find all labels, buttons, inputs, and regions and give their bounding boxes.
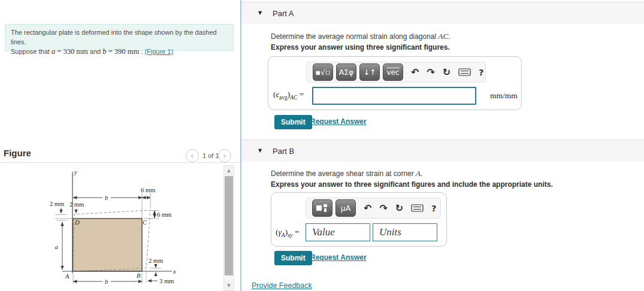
problem-statement: The rectangular plate is deformed into t…	[5, 24, 234, 51]
part-a-units: mm/mm	[490, 91, 518, 101]
micro-units-button[interactable]: μA	[335, 199, 356, 217]
disp-right-label: 6 mm	[157, 211, 171, 218]
part-b-title: Part B	[273, 147, 294, 156]
part-a-answer-box: ▪√▫ ΑΣφ ↓↑ vec ↶ ↷ ↻ ? (ϵavg)AC = mm/mm	[268, 56, 522, 110]
figure-section-title: Figure	[4, 148, 31, 158]
provide-feedback-link[interactable]: Provide Feedback	[252, 281, 312, 290]
vector-button[interactable]: vec	[383, 63, 403, 81]
chevron-left-icon: ‹	[191, 150, 194, 160]
disp-left-label: 2 mm	[50, 201, 64, 207]
figure-next-button[interactable]: ›	[218, 149, 231, 162]
corner-C-label: C	[143, 219, 147, 226]
part-a-answer-input[interactable]	[312, 87, 476, 105]
disp-b-up-label: 2 mm	[149, 257, 163, 264]
scroll-down-icon[interactable]: ▼	[224, 281, 234, 290]
part-a-answer-label: (ϵavg)AC =	[273, 90, 304, 101]
part-a-header[interactable]: ▼ Part A	[241, 2, 644, 24]
part-a-submit-button[interactable]: Submit	[274, 115, 312, 129]
figure-scrollbar[interactable]: ▲ ▼	[223, 165, 234, 291]
scrollbar-thumb[interactable]	[225, 176, 233, 275]
figure-1-link[interactable]: (Figure 1)	[144, 48, 173, 55]
undo-icon[interactable]: ↶	[411, 68, 419, 77]
part-b-request-answer-link[interactable]: Request Answer	[310, 253, 367, 262]
reset-icon[interactable]: ↻	[443, 68, 451, 77]
part-a-instruction: Express your answer using three signific…	[271, 43, 450, 51]
plate-rect	[73, 219, 143, 271]
disp-top-label: 6 mm	[141, 187, 155, 193]
scroll-up-icon[interactable]: ▲	[224, 166, 234, 175]
keyboard-icon[interactable]	[458, 68, 471, 76]
part-b-answer-box: μA ↶ ↷ ↻ ? (γA)xy =	[271, 192, 447, 247]
collapse-triangle-icon[interactable]: ▼	[258, 10, 262, 16]
corner-A-label: A	[65, 273, 69, 280]
redo-icon[interactable]: ↷	[379, 204, 387, 213]
part-b-units-input[interactable]	[373, 223, 437, 241]
units-template-icon	[316, 203, 329, 213]
figure-viewport: y x b 6 mm 2 mm 2 mm	[0, 165, 223, 291]
units-template-button[interactable]	[312, 199, 332, 217]
dim-b-top-label: b	[105, 195, 108, 201]
corner-D-label: D	[74, 219, 80, 226]
problem-panel: The rectangular plate is deformed into t…	[0, 0, 240, 291]
greek-symbols-button[interactable]: ΑΣφ	[336, 63, 356, 81]
part-a-toolbar: ▪√▫ ΑΣφ ↓↑ vec ↶ ↷ ↻ ?	[306, 62, 486, 83]
disp-d-label: 2 mm	[69, 201, 84, 208]
part-a-request-answer-link[interactable]: Request Answer	[310, 117, 367, 126]
figure-prev-button[interactable]: ‹	[186, 149, 199, 162]
reset-icon[interactable]: ↻	[395, 204, 403, 213]
page: The rectangular plate is deformed into t…	[0, 0, 644, 291]
help-icon[interactable]: ?	[431, 204, 436, 213]
answer-panel: ▼ Part A Determine the average normal st…	[241, 0, 644, 291]
part-b-instruction: Express your answer to three significant…	[271, 180, 553, 189]
undo-icon[interactable]: ↶	[364, 204, 371, 213]
part-b-toolbar: μA ↶ ↷ ↻ ?	[306, 198, 441, 219]
keyboard-icon[interactable]	[411, 204, 424, 212]
part-b-prompt: Determine the average shear strain at co…	[271, 169, 422, 178]
part-b-header[interactable]: ▼ Part B	[241, 140, 644, 162]
problem-line1: The rectangular plate is deformed into t…	[11, 29, 217, 46]
figure-divider	[0, 162, 240, 163]
help-icon[interactable]: ?	[479, 68, 483, 77]
part-a-title: Part A	[273, 9, 294, 18]
problem-line2: Suppose that a = 330 mm and b = 390 mm .…	[11, 48, 173, 55]
dim-a-label: a	[55, 244, 58, 250]
x-axis-label: x	[173, 268, 176, 275]
collapse-triangle-icon[interactable]: ▼	[258, 148, 262, 153]
redo-icon[interactable]: ↷	[427, 68, 434, 77]
y-axis-label: y	[74, 169, 77, 175]
part-b-submit-button[interactable]: Submit	[274, 251, 312, 265]
figure-page-count: 1 of 1	[202, 152, 219, 159]
updown-arrows-button[interactable]: ↓↑	[359, 63, 380, 81]
part-b-answer-label: (γA)xy =	[276, 228, 300, 238]
part-b-value-input[interactable]	[306, 223, 370, 241]
disp-b-right-label: 3 mm	[159, 278, 174, 284]
part-a-prompt: Determine the average normal strain alon…	[271, 32, 451, 41]
sqrt-template-button[interactable]: ▪√▫	[313, 63, 333, 81]
chevron-right-icon: ›	[223, 150, 226, 160]
dim-b-bottom-label: b	[105, 278, 108, 285]
corner-B-label: B	[137, 272, 141, 279]
figure-diagram: y x b 6 mm 2 mm 2 mm	[0, 165, 223, 291]
